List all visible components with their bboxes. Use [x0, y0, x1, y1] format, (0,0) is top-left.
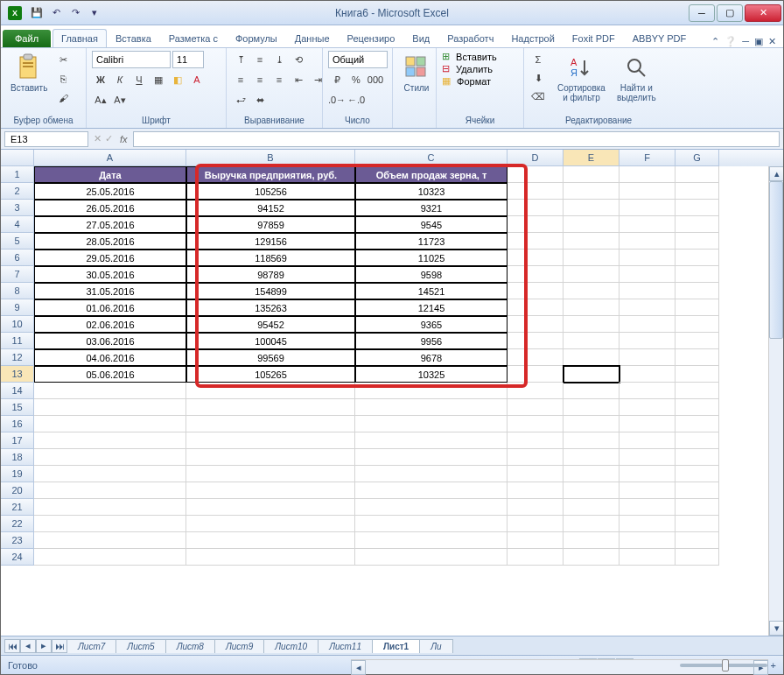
cell-A17[interactable]	[34, 432, 186, 449]
scroll-down-icon[interactable]: ▾	[769, 621, 783, 636]
tab-developer[interactable]: Разработч	[438, 29, 502, 47]
cell-B6[interactable]: 118569	[186, 250, 355, 266]
cell-F18[interactable]	[620, 449, 676, 466]
row-header-24[interactable]: 24	[1, 549, 34, 566]
cell-D13[interactable]	[508, 366, 564, 383]
cell-F1[interactable]	[620, 166, 676, 183]
row-header-14[interactable]: 14	[1, 383, 34, 399]
cells-delete-button[interactable]: ⊟ Удалить	[442, 63, 493, 74]
tab-nav-prev-icon[interactable]: ◂	[20, 639, 36, 653]
cell-A18[interactable]	[34, 449, 186, 466]
cell-B5[interactable]: 129156	[186, 233, 355, 250]
sheet-tab-Лист7[interactable]: Лист7	[66, 639, 116, 653]
cell-D17[interactable]	[508, 432, 564, 449]
row-header-12[interactable]: 12	[1, 349, 34, 366]
cell-E14[interactable]	[564, 383, 620, 399]
cell-B18[interactable]	[186, 449, 355, 466]
font-name-combo[interactable]: Calibri	[92, 51, 171, 68]
cell-G5[interactable]	[676, 233, 719, 250]
row-header-9[interactable]: 9	[1, 299, 34, 316]
cell-E3[interactable]	[564, 200, 620, 216]
cell-A13[interactable]: 05.06.2016	[34, 366, 186, 383]
italic-button[interactable]: К	[111, 71, 129, 88]
cell-E16[interactable]	[564, 416, 620, 432]
cell-A3[interactable]: 26.05.2016	[34, 200, 186, 216]
cell-E9[interactable]	[564, 299, 620, 316]
cell-D2[interactable]	[508, 183, 564, 200]
cell-F10[interactable]	[620, 316, 676, 333]
cell-C4[interactable]: 9545	[355, 216, 508, 233]
cell-A24[interactable]	[34, 549, 186, 566]
doc-minimize-icon[interactable]: ─	[742, 36, 749, 47]
cell-G2[interactable]	[676, 183, 719, 200]
cell-A2[interactable]: 25.05.2016	[34, 183, 186, 200]
cell-B3[interactable]: 94152	[186, 200, 355, 216]
cell-G11[interactable]	[676, 333, 719, 349]
tab-insert[interactable]: Вставка	[107, 29, 160, 47]
cell-F4[interactable]	[620, 216, 676, 233]
cell-B15[interactable]	[186, 399, 355, 416]
cell-F14[interactable]	[620, 383, 676, 399]
zoom-in-button[interactable]: +	[771, 660, 776, 671]
column-header-D[interactable]: D	[508, 150, 564, 166]
sheet-tab-Лист8[interactable]: Лист8	[165, 639, 215, 653]
scroll-thumb[interactable]	[769, 181, 783, 339]
cell-F23[interactable]	[620, 532, 676, 549]
row-header-19[interactable]: 19	[1, 466, 34, 482]
merge-button[interactable]: ⬌	[251, 91, 269, 109]
worksheet-grid[interactable]: ABCDEFG 1ДатаВыручка предприятия, руб.Об…	[1, 150, 783, 636]
cell-B21[interactable]	[186, 499, 355, 516]
cell-A5[interactable]: 28.05.2016	[34, 233, 186, 250]
cell-B20[interactable]	[186, 482, 355, 499]
close-button[interactable]: ✕	[745, 4, 781, 22]
autosum-button[interactable]: Σ	[529, 51, 547, 68]
cell-F13[interactable]	[620, 366, 676, 383]
cell-G17[interactable]	[676, 432, 719, 449]
row-header-22[interactable]: 22	[1, 516, 34, 532]
save-button[interactable]: 💾	[29, 5, 45, 21]
cell-C9[interactable]: 12145	[355, 299, 508, 316]
column-header-B[interactable]: B	[186, 150, 355, 166]
cell-C2[interactable]: 10323	[355, 183, 508, 200]
cells-format-button[interactable]: ▦ Формат	[442, 75, 491, 87]
cell-E22[interactable]	[564, 516, 620, 532]
cell-G7[interactable]	[676, 266, 719, 283]
cell-F12[interactable]	[620, 349, 676, 366]
doc-restore-icon[interactable]: ▣	[754, 36, 763, 47]
border-button[interactable]: ▦	[150, 71, 167, 88]
qat-more-icon[interactable]: ▾	[87, 5, 102, 21]
vertical-scrollbar[interactable]: ▴ ▾	[768, 166, 783, 636]
tab-view[interactable]: Вид	[403, 29, 438, 47]
tab-addins[interactable]: Надстрой	[502, 29, 563, 47]
cell-A23[interactable]	[34, 532, 186, 549]
cell-C23[interactable]	[355, 532, 508, 549]
cell-D16[interactable]	[508, 416, 564, 432]
fill-color-button[interactable]: ◧	[169, 71, 186, 88]
cell-F17[interactable]	[620, 432, 676, 449]
cell-D24[interactable]	[508, 549, 564, 566]
cell-B23[interactable]	[186, 532, 355, 549]
cell-F20[interactable]	[620, 482, 676, 499]
cell-E5[interactable]	[564, 233, 620, 250]
doc-close-icon[interactable]: ✕	[768, 36, 776, 47]
row-header-8[interactable]: 8	[1, 283, 34, 299]
styles-button[interactable]: Стили	[398, 51, 435, 95]
cell-B17[interactable]	[186, 432, 355, 449]
cell-E21[interactable]	[564, 499, 620, 516]
sheet-tab-Лист10[interactable]: Лист10	[263, 639, 318, 653]
cell-C3[interactable]: 9321	[355, 200, 508, 216]
cell-G19[interactable]	[676, 466, 719, 482]
cell-E23[interactable]	[564, 532, 620, 549]
formula-input[interactable]	[133, 131, 780, 147]
cell-C21[interactable]	[355, 499, 508, 516]
cell-E15[interactable]	[564, 399, 620, 416]
tab-review[interactable]: Рецензиро	[339, 29, 404, 47]
underline-button[interactable]: Ч	[130, 71, 148, 88]
cell-A20[interactable]	[34, 482, 186, 499]
cell-D18[interactable]	[508, 449, 564, 466]
indent-dec-button[interactable]: ⇤	[290, 71, 307, 88]
cell-G6[interactable]	[676, 250, 719, 266]
cell-F9[interactable]	[620, 299, 676, 316]
cell-C15[interactable]	[355, 399, 508, 416]
cell-A8[interactable]: 31.05.2016	[34, 283, 186, 299]
